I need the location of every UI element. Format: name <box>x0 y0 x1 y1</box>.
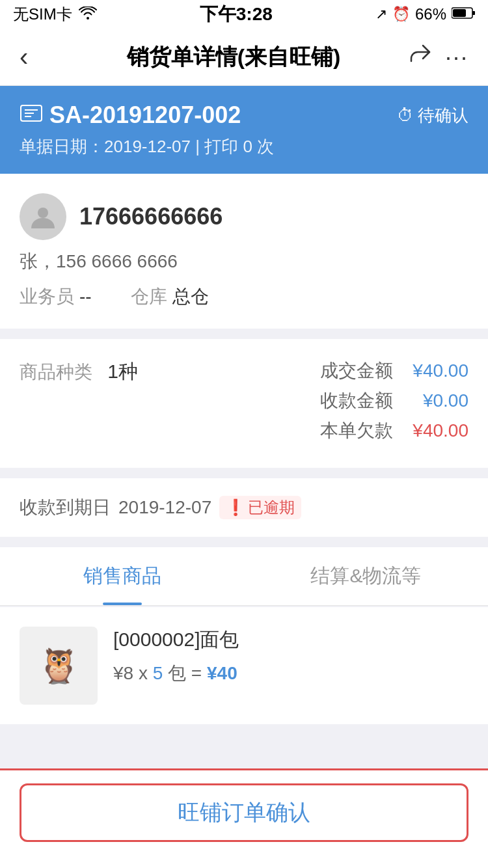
wifi-icon <box>79 5 97 23</box>
product-total: ¥40 <box>207 663 237 683</box>
alarm-icon: ⏰ <box>392 6 410 23</box>
svg-rect-2 <box>453 9 466 17</box>
customer-meta: 业务员 -- 仓库 总仓 <box>20 284 468 309</box>
owed-row: 本单欠款 ¥40.00 <box>320 418 468 443</box>
nav-actions: ··· <box>409 43 468 72</box>
warehouse-label: 仓库 <box>131 284 167 309</box>
due-label: 收款到期日 <box>20 495 111 520</box>
sales-item: 业务员 -- <box>20 284 92 309</box>
due-date-card: 收款到期日 2019-12-07 ❗ 已逾期 <box>0 478 488 537</box>
amount-label: 成交金额 <box>320 359 393 383</box>
warehouse-item: 仓库 总仓 <box>131 284 209 309</box>
status-right: ↗ ⏰ 66% <box>375 5 475 23</box>
confirm-order-button[interactable]: 旺铺订单确认 <box>20 783 468 842</box>
product-price: ¥8 x 5 包 = ¥40 <box>113 661 468 686</box>
overdue-text: 已逾期 <box>248 497 295 518</box>
order-id: SA-20191207-002 <box>20 102 241 129</box>
product-thumbnail: 🦉 <box>20 627 98 705</box>
summary-card: 商品种类 1种 成交金额 ¥40.00 收款金额 ¥0.00 本单欠款 ¥40.… <box>0 339 488 468</box>
sales-value: -- <box>79 286 92 307</box>
status-bar: 无SIM卡 下午3:28 ↗ ⏰ 66% <box>0 0 488 29</box>
product-thumb-logo: 🦉 <box>38 646 80 686</box>
warehouse-value: 总仓 <box>172 284 209 309</box>
received-value: ¥0.00 <box>403 390 468 411</box>
due-date-value: 2019-12-07 <box>118 497 211 518</box>
tab-bar: 销售商品 结算&物流等 <box>0 547 488 606</box>
back-button[interactable]: ‹ <box>20 42 59 72</box>
overdue-badge: ❗ 已逾期 <box>219 496 301 519</box>
clock-icon: ⏱ <box>397 105 414 126</box>
order-meta: 单据日期：2019-12-07 | 打印 0 次 <box>20 135 468 158</box>
product-info: [0000002]面包 ¥8 x 5 包 = ¥40 <box>113 627 468 686</box>
amount-value: ¥40.00 <box>403 360 468 381</box>
overdue-icon: ❗ <box>226 498 245 517</box>
carrier-text: 无SIM卡 <box>13 4 72 25</box>
order-header: SA-20191207-002 ⏱ 待确认 单据日期：2019-12-07 | … <box>0 86 488 174</box>
product-item: 🦉 [0000002]面包 ¥8 x 5 包 = ¥40 <box>0 607 488 724</box>
confirm-button-wrap: 旺铺订单确认 <box>0 768 488 868</box>
quantity: 5 <box>153 663 163 683</box>
received-row: 收款金额 ¥0.00 <box>320 388 468 413</box>
amount-row: 成交金额 ¥40.00 <box>320 359 468 383</box>
product-name: [0000002]面包 <box>113 627 468 653</box>
battery-icon <box>452 5 475 23</box>
owed-label: 本单欠款 <box>320 418 393 443</box>
more-icon[interactable]: ··· <box>445 44 468 71</box>
page-title: 销货单详情(来自旺铺) <box>127 42 341 72</box>
sales-label: 业务员 <box>20 284 74 309</box>
equals-symbol: = <box>191 663 207 683</box>
order-icon <box>20 103 43 128</box>
customer-name: 张，156 6666 6666 <box>20 249 468 274</box>
battery-text: 66% <box>415 5 446 23</box>
avatar <box>20 193 66 240</box>
product-type-value: 1种 <box>107 360 138 382</box>
status-time: 下午3:28 <box>200 2 273 27</box>
svg-point-7 <box>38 208 48 218</box>
customer-phone: 17666666666 <box>79 203 223 230</box>
tab-settle[interactable]: 结算&物流等 <box>244 547 488 605</box>
price-unit: ¥8 <box>113 663 133 683</box>
product-type: 商品种类 1种 <box>20 359 138 385</box>
status-left: 无SIM卡 <box>13 4 97 25</box>
summary-amounts: 成交金额 ¥40.00 收款金额 ¥0.00 本单欠款 ¥40.00 <box>320 359 468 448</box>
nav-bar: ‹ 销货单详情(来自旺铺) ··· <box>0 29 488 86</box>
tab-sales[interactable]: 销售商品 <box>0 547 244 605</box>
order-status: ⏱ 待确认 <box>397 104 468 127</box>
share-icon[interactable] <box>409 43 432 72</box>
unit-text: 包 <box>168 663 186 683</box>
multiply-symbol: x <box>139 663 153 683</box>
svg-rect-1 <box>472 11 475 15</box>
received-label: 收款金额 <box>320 388 393 413</box>
owed-value: ¥40.00 <box>403 420 468 441</box>
customer-card: 17666666666 张，156 6666 6666 业务员 -- 仓库 总仓 <box>0 174 488 329</box>
location-icon: ↗ <box>375 6 387 23</box>
product-type-label: 商品种类 <box>20 362 92 382</box>
